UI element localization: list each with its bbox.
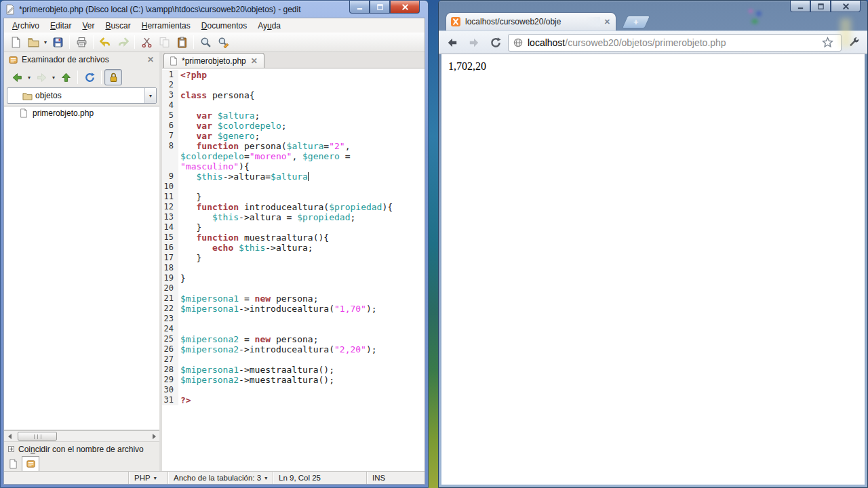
scroll-left-arrow[interactable]: [5, 432, 14, 441]
scrollbar-thumb[interactable]: [18, 432, 57, 441]
tab-close-icon[interactable]: ✕: [603, 18, 612, 26]
code-line[interactable]: 15 function muestraaltura(){: [162, 232, 425, 243]
match-filename-row[interactable]: Coincidir con el nombre de archivo: [4, 441, 159, 456]
code-line[interactable]: 6 var $colordepelo;: [162, 121, 425, 131]
menu-archivo[interactable]: Archivo: [7, 20, 45, 32]
maximize-button[interactable]: [810, 1, 831, 12]
toolbar-separator: [77, 70, 78, 84]
menu-ver[interactable]: Ver: [77, 20, 100, 32]
code-line[interactable]: 19}: [162, 273, 425, 283]
undo-icon[interactable]: [96, 34, 114, 50]
reload-button[interactable]: [486, 34, 505, 52]
code-editor[interactable]: 1<?php23class persona{45 var $altura;6 v…: [162, 68, 425, 471]
code-line[interactable]: 29$mipersona2->muestraaltura();: [162, 375, 425, 385]
close-button[interactable]: [831, 1, 861, 12]
new-tab-button[interactable]: +: [622, 16, 650, 28]
code-text: var $genero;: [178, 131, 260, 141]
file-browser-panel-tab[interactable]: [22, 456, 39, 471]
panel-close-icon[interactable]: ✕: [146, 55, 155, 64]
code-line[interactable]: 20: [162, 283, 425, 293]
url-text[interactable]: localhost/cursoweb20/objetos/primerobjet…: [528, 37, 822, 48]
menu-ayuda[interactable]: Ayuda: [252, 20, 286, 32]
back-button[interactable]: [443, 34, 462, 52]
paste-icon[interactable]: [173, 34, 191, 50]
menu-documentos[interactable]: Documentos: [196, 20, 252, 32]
code-line[interactable]: 31?>: [162, 395, 425, 405]
code-line[interactable]: 25$mipersona2 = new persona;: [162, 334, 425, 344]
scroll-right-arrow[interactable]: [150, 432, 158, 441]
find-replace-icon[interactable]: [214, 34, 232, 50]
code-line[interactable]: 21$mipersona1 = new persona;: [162, 293, 425, 304]
tab-close-icon[interactable]: ✕: [250, 56, 259, 66]
code-line[interactable]: 22$mipersona1->introducealtura("1,70");: [162, 304, 425, 314]
address-bar[interactable]: localhost/cursoweb20/objetos/primerobjet…: [508, 34, 842, 52]
code-line[interactable]: "masculino"){: [162, 161, 425, 171]
code-line[interactable]: 14 }: [162, 222, 425, 232]
editor-pane: *primerobjeto.php ✕ 1<?php23class person…: [162, 52, 425, 471]
dropdown-arrow-icon[interactable]: ▾: [26, 75, 33, 81]
menu-herramientas[interactable]: Herramientas: [136, 20, 196, 32]
code-line[interactable]: 1<?php: [162, 70, 425, 80]
code-line[interactable]: 18: [162, 263, 425, 273]
file-list-item[interactable]: primerobjeto.php: [4, 106, 159, 119]
code-line[interactable]: 10: [162, 182, 425, 192]
code-line[interactable]: 24: [162, 324, 425, 334]
line-number: 30: [162, 385, 178, 395]
copy-icon[interactable]: [155, 34, 173, 50]
close-button[interactable]: [390, 1, 420, 14]
find-icon[interactable]: [197, 34, 214, 50]
code-line[interactable]: 16 echo $this->altura;: [162, 243, 425, 253]
code-text: class persona{: [178, 90, 255, 100]
bookmark-lock-icon[interactable]: [104, 69, 122, 85]
line-number: [162, 151, 178, 161]
dropdown-arrow-icon[interactable]: ▾: [144, 88, 156, 103]
code-line[interactable]: 4: [162, 100, 425, 110]
tab-width-label: Ancho de la tabulación:: [174, 474, 255, 482]
forward-icon[interactable]: [33, 69, 50, 85]
maximize-button[interactable]: [370, 1, 390, 14]
menu-buscar[interactable]: Buscar: [100, 20, 136, 32]
code-line[interactable]: 2: [162, 80, 425, 90]
browser-tab[interactable]: localhost/cursoweb20/obje ✕: [446, 12, 616, 30]
code-line[interactable]: 23: [162, 314, 425, 324]
open-folder-icon[interactable]: [24, 34, 42, 50]
code-line[interactable]: 13 $this->altura = $propiedad;: [162, 212, 425, 222]
cut-icon[interactable]: [138, 34, 155, 50]
code-line[interactable]: 17 }: [162, 253, 425, 263]
bookmark-star-button[interactable]: [822, 35, 837, 50]
dropdown-arrow-icon[interactable]: ▾: [50, 75, 57, 81]
location-dropdown[interactable]: objetos ▾: [7, 87, 157, 104]
language-dropdown[interactable]: PHP▾: [128, 472, 167, 484]
menu-editar[interactable]: Editar: [45, 20, 77, 32]
code-line[interactable]: 7 var $genero;: [162, 131, 425, 141]
code-line[interactable]: 26$mipersona2->introducealtura("2,20");: [162, 344, 425, 354]
code-line[interactable]: 11 }: [162, 192, 425, 202]
redo-icon[interactable]: [114, 34, 132, 50]
code-line[interactable]: 3class persona{: [162, 90, 425, 100]
horizontal-scrollbar[interactable]: [4, 430, 159, 441]
code-line[interactable]: 28$mipersona1->muestraaltura();: [162, 365, 425, 375]
code-line[interactable]: 8 function persona($altura="2",: [162, 141, 425, 151]
save-icon[interactable]: [49, 34, 66, 50]
code-line[interactable]: 27: [162, 354, 425, 365]
code-line[interactable]: 9 $this->altura=$altura: [162, 171, 425, 182]
back-icon[interactable]: [8, 69, 26, 85]
forward-button[interactable]: [465, 34, 484, 52]
code-line[interactable]: 12 function introducealtura($propiedad){: [162, 202, 425, 212]
code-line[interactable]: 5 var $altura;: [162, 110, 425, 121]
code-text: $mipersona1->introducealtura("1,70");: [178, 304, 377, 314]
editor-tab[interactable]: *primerobjeto.php ✕: [163, 53, 264, 68]
gedit-titlebar[interactable]: *primerobjeto.php (Disco local (C:) \xam…: [1, 1, 428, 18]
code-line[interactable]: $colordepelo="moreno", $genero =: [162, 151, 425, 161]
dropdown-arrow-icon[interactable]: ▾: [42, 39, 49, 45]
minimize-button[interactable]: [349, 1, 370, 14]
new-doc-icon[interactable]: [7, 34, 24, 50]
code-line[interactable]: 30: [162, 385, 425, 395]
documents-panel-tab[interactable]: [4, 456, 22, 471]
tab-width-dropdown[interactable]: Ancho de la tabulación: 3▾: [167, 472, 273, 484]
expander-icon[interactable]: [8, 446, 14, 452]
minimize-button[interactable]: [790, 1, 810, 12]
up-icon[interactable]: [57, 69, 75, 85]
refresh-icon[interactable]: [81, 69, 98, 85]
print-icon[interactable]: [73, 34, 90, 50]
